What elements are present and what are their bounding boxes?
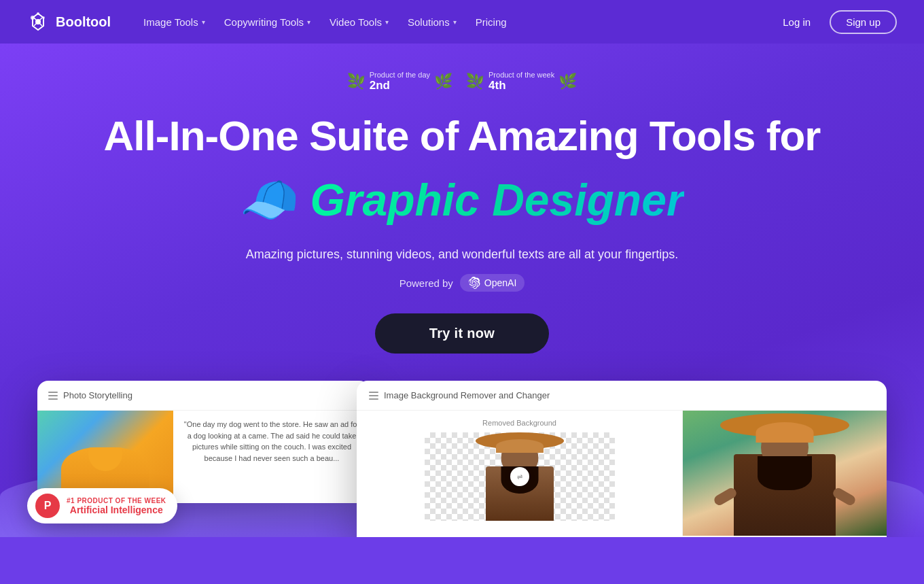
signup-button[interactable]: Sign up — [830, 10, 897, 34]
card-right-title: Image Background Remover and Changer — [384, 390, 550, 400]
split-handle[interactable]: ⇌ — [510, 467, 529, 486]
logo-text: Booltool — [56, 14, 111, 30]
nav-item-pricing[interactable]: Pricing — [467, 12, 515, 32]
svg-point-4 — [42, 16, 45, 19]
role-text: Graphic Designer — [310, 174, 683, 226]
award-day-rank: 2nd — [370, 79, 430, 92]
navbar-right: Log in Sign up — [775, 10, 897, 34]
openai-badge: OpenAI — [460, 274, 525, 292]
nav-menu: Image Tools ▾ Copywriting Tools ▾ Video … — [135, 12, 514, 32]
nav-item-video-tools[interactable]: Video Tools ▾ — [321, 12, 397, 32]
card-left-title: Photo Storytelling — [63, 390, 132, 400]
hero-role-row: 🧢 Graphic Designer — [14, 166, 910, 234]
award-week-label: Product of the week — [488, 71, 554, 79]
original-image — [683, 411, 887, 536]
removed-bg-label: Removed Background — [482, 419, 556, 427]
removed-bg-section: Removed Background — [357, 411, 683, 536]
openai-label: OpenAI — [484, 277, 516, 288]
image-bg-remover-card: Image Background Remover and Changer Rem… — [357, 381, 887, 537]
laurel-right-icon: 🌿 — [434, 73, 452, 90]
award-week-rank: 4th — [488, 79, 554, 92]
nav-item-solutions[interactable]: Solutions ▾ — [399, 12, 465, 32]
logo[interactable]: Booltool — [27, 11, 111, 33]
nav-item-image-tools[interactable]: Image Tools ▾ — [135, 12, 213, 32]
award-day-label: Product of the day — [370, 71, 430, 79]
try-it-now-button[interactable]: Try it now — [375, 313, 549, 354]
photo-storytelling-card: Photo Storytelling "One day my dog went … — [37, 381, 370, 503]
navbar-left: Booltool Image Tools ▾ Copywriting Tools… — [27, 11, 515, 33]
menu-icon-right — [369, 392, 378, 400]
powered-by-row: Powered by OpenAI — [14, 274, 910, 292]
award-badge-week: 🌿 Product of the week 4th 🌿 — [466, 71, 577, 92]
login-button[interactable]: Log in — [775, 12, 819, 32]
awards-container: 🌿 Product of the day 2nd 🌿 🌿 Product of … — [14, 71, 910, 92]
laurel-right-icon-2: 🌿 — [558, 73, 577, 90]
hero-subtitle: Amazing pictures, stunning videos, and w… — [14, 247, 910, 262]
svg-point-5 — [37, 12, 39, 15]
logo-icon — [27, 11, 49, 33]
menu-icon — [48, 392, 58, 400]
navbar: Booltool Image Tools ▾ Copywriting Tools… — [0, 0, 924, 44]
award-badge-day: 🌿 Product of the day 2nd 🌿 — [347, 71, 452, 92]
chevron-down-icon: ▾ — [385, 18, 389, 26]
checker-image: ⇌ — [425, 432, 615, 521]
nav-item-copywriting-tools[interactable]: Copywriting Tools ▾ — [216, 12, 319, 32]
card-left-story: "One day my dog went to the store. He sa… — [173, 411, 370, 502]
product-badge: P #1 PRODUCT OF THE WEEK Artificial Inte… — [27, 488, 177, 523]
original-section — [683, 411, 887, 536]
powered-by-label: Powered by — [399, 277, 453, 289]
hero-heading: All-In-One Suite of Amazing Tools for — [14, 113, 910, 159]
badge-title: Artificial Intelligence — [67, 504, 166, 515]
badge-label: #1 PRODUCT OF THE WEEK — [67, 497, 166, 504]
laurel-left-icon: 🌿 — [347, 73, 366, 90]
openai-icon — [468, 277, 480, 289]
chevron-down-icon: ▾ — [202, 18, 205, 26]
laurel-left-icon-2: 🌿 — [466, 73, 484, 90]
chevron-down-icon: ▾ — [453, 18, 457, 26]
badge-icon: P — [35, 494, 60, 518]
chevron-down-icon: ▾ — [307, 18, 310, 26]
svg-point-3 — [31, 16, 35, 20]
hero-section: 🌿 Product of the day 2nd 🌿 🌿 Product of … — [0, 44, 924, 537]
role-emoji: 🧢 — [240, 176, 299, 224]
